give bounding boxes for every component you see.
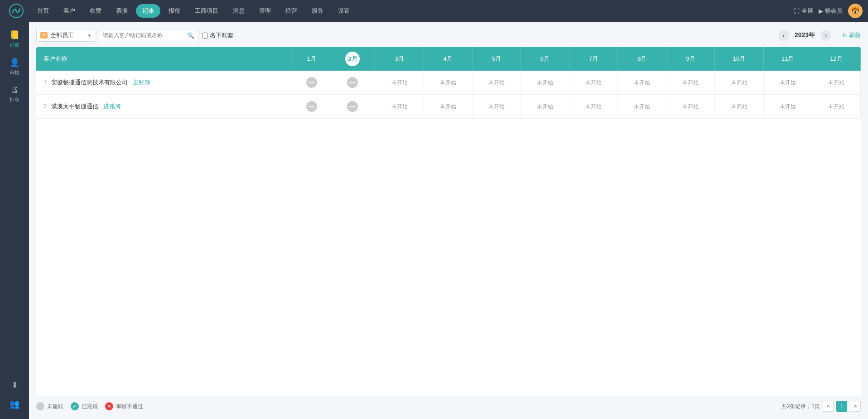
- status-not-started: 未开始: [682, 79, 699, 86]
- col-header-m5[interactable]: 5月: [472, 47, 521, 71]
- status-not-started: 未开始: [488, 79, 505, 86]
- sidebar-item-support[interactable]: 👥: [8, 395, 21, 414]
- status-dash-icon: —: [306, 77, 317, 88]
- col-header-m1[interactable]: 1月: [293, 47, 330, 71]
- cell-m6-2: 未开始: [521, 95, 569, 119]
- cell-m9-2: 未开始: [666, 95, 715, 119]
- enter-ledger-button[interactable]: 进账簿: [133, 79, 150, 86]
- nav-item-message[interactable]: 消息: [227, 4, 251, 18]
- legend-dot-not-built: —: [36, 402, 44, 410]
- col-header-m4[interactable]: 4月: [424, 47, 472, 71]
- sidebar-item-print[interactable]: 🖨 打印: [0, 81, 29, 108]
- cell-m10-2: 未开始: [715, 95, 763, 119]
- fullscreen-icon: ⛶: [794, 8, 800, 14]
- col-header-m10[interactable]: 10月: [715, 47, 763, 71]
- status-not-started: 未开始: [391, 79, 408, 86]
- status-not-started: 未开始: [440, 79, 456, 86]
- col-header-m3[interactable]: 3月: [375, 47, 424, 71]
- table-row: 2 漠澳太平畅捷通信 进账簿——未开始未开始未开始未开始未开始未开始未开始未开始…: [36, 95, 861, 119]
- cell-m9-1: 未开始: [666, 71, 715, 95]
- status-not-started: 未开始: [585, 79, 602, 86]
- legend-completed: ✓已完成: [71, 402, 98, 410]
- nav-item-customer[interactable]: 客户: [57, 4, 82, 18]
- member-button[interactable]: ▶ 畅会员: [819, 7, 843, 15]
- search-wrap: 🔍: [99, 30, 198, 41]
- sidebar-item-bookkeeping[interactable]: 📒 记账: [0, 25, 29, 53]
- nav-item-manage[interactable]: 管理: [253, 4, 277, 18]
- nav-item-business[interactable]: 工商项目: [188, 4, 225, 18]
- status-not-started: 未开始: [682, 103, 699, 110]
- nav-item-tax[interactable]: 报税: [162, 4, 187, 18]
- employee-select[interactable]: 全 全部员工 ▾: [36, 29, 95, 42]
- sidebar-item-audit[interactable]: 👤 审核: [0, 53, 29, 81]
- cell-m12-1: 未开始: [812, 71, 860, 95]
- status-not-started: 未开始: [731, 79, 747, 86]
- audit-icon: 👤: [10, 58, 19, 67]
- cell-m8-1: 未开始: [618, 71, 666, 95]
- bookkeeping-icon: 📒: [10, 30, 19, 40]
- legend-rejected: ✕审核不通过: [105, 402, 143, 410]
- table-wrap: 客户名称1月2月3月4月5月6月7月8月9月10月11月12月 1 安徽畅捷通信…: [36, 47, 861, 396]
- prev-year-button[interactable]: ‹: [778, 30, 789, 41]
- row-num: 1: [43, 79, 47, 86]
- col-header-m8[interactable]: 8月: [618, 47, 666, 71]
- next-page-button[interactable]: >: [850, 401, 861, 412]
- customer-name: 漠澳太平畅捷通信: [51, 103, 98, 110]
- fullscreen-button[interactable]: ⛶ 全屏: [794, 7, 813, 15]
- nav-item-billing[interactable]: 收费: [83, 4, 108, 18]
- cell-m2-1: —: [330, 71, 375, 95]
- enter-ledger-button[interactable]: 进账簿: [103, 103, 121, 110]
- member-icon: ▶: [819, 8, 823, 14]
- refresh-button[interactable]: ↻ 刷新: [842, 31, 861, 39]
- cell-m3-2: 未开始: [375, 95, 424, 119]
- sidebar: 📒 记账 👤 审核 🖨 打印 ⬇ 👥: [0, 22, 29, 419]
- nav-item-bookkeeping[interactable]: 记账: [136, 4, 160, 18]
- table-row: 1 安徽畅捷通信息技术有限公司 进账簿——未开始未开始未开始未开始未开始未开始未…: [36, 71, 861, 95]
- nav-item-invoice[interactable]: 票据: [110, 4, 134, 18]
- cell-m3-1: 未开始: [375, 71, 424, 95]
- nav-item-home[interactable]: 首页: [31, 4, 55, 18]
- nav-item-service[interactable]: 服务: [305, 4, 330, 18]
- col-header-m12[interactable]: 12月: [812, 47, 860, 71]
- pagination-total: 共2条记录，1页: [781, 403, 820, 410]
- legend-dot-rejected: ✕: [105, 402, 113, 410]
- status-not-started: 未开始: [440, 103, 456, 110]
- cell-m2-2: —: [330, 95, 375, 119]
- current-page-button[interactable]: 1: [836, 401, 847, 412]
- download-icon: ⬇: [11, 380, 18, 390]
- col-header-m9[interactable]: 9月: [666, 47, 715, 71]
- legend-label-not-built: 未建账: [47, 403, 63, 410]
- legend-dot-completed: ✓: [71, 402, 79, 410]
- col-header-m6[interactable]: 6月: [521, 47, 569, 71]
- nav-items: 首页客户收费票据记账报税工商项目消息管理经营服务设置: [31, 4, 794, 18]
- checkbox-label[interactable]: 名下账套: [202, 31, 233, 39]
- cell-m10-1: 未开始: [715, 71, 763, 95]
- row-num: 2: [43, 103, 47, 110]
- status-not-started: 未开始: [488, 103, 505, 110]
- col-header-m11[interactable]: 11月: [763, 47, 812, 71]
- legend-label-completed: 已完成: [82, 403, 98, 410]
- cell-name-1: 1 安徽畅捷通信息技术有限公司 进账簿: [36, 71, 293, 95]
- support-icon: 👥: [10, 399, 19, 409]
- subsidiary-checkbox[interactable]: [202, 33, 208, 39]
- cell-m8-2: 未开始: [618, 95, 666, 119]
- status-not-started: 未开始: [634, 79, 650, 86]
- next-year-button[interactable]: ›: [820, 30, 831, 41]
- status-not-started: 未开始: [634, 103, 650, 110]
- top-nav-right: ⛶ 全屏 ▶ 畅会员 🐯: [794, 4, 863, 18]
- search-icon: 🔍: [187, 32, 194, 39]
- sidebar-item-download[interactable]: ⬇: [8, 376, 21, 395]
- legend-label-rejected: 审核不通过: [116, 403, 143, 410]
- status-not-started: 未开始: [828, 79, 844, 86]
- cell-m5-2: 未开始: [472, 95, 521, 119]
- col-header-m2[interactable]: 2月: [330, 47, 375, 71]
- avatar[interactable]: 🐯: [848, 4, 863, 18]
- prev-page-button[interactable]: <: [823, 401, 834, 412]
- col-header-m7[interactable]: 7月: [569, 47, 618, 71]
- search-input[interactable]: [103, 32, 184, 39]
- col-header-name[interactable]: 客户名称: [36, 47, 293, 71]
- nav-item-settings[interactable]: 设置: [332, 4, 356, 18]
- cell-m4-1: 未开始: [424, 71, 472, 95]
- status-dash-icon: —: [306, 101, 317, 112]
- nav-item-operation[interactable]: 经营: [279, 4, 304, 18]
